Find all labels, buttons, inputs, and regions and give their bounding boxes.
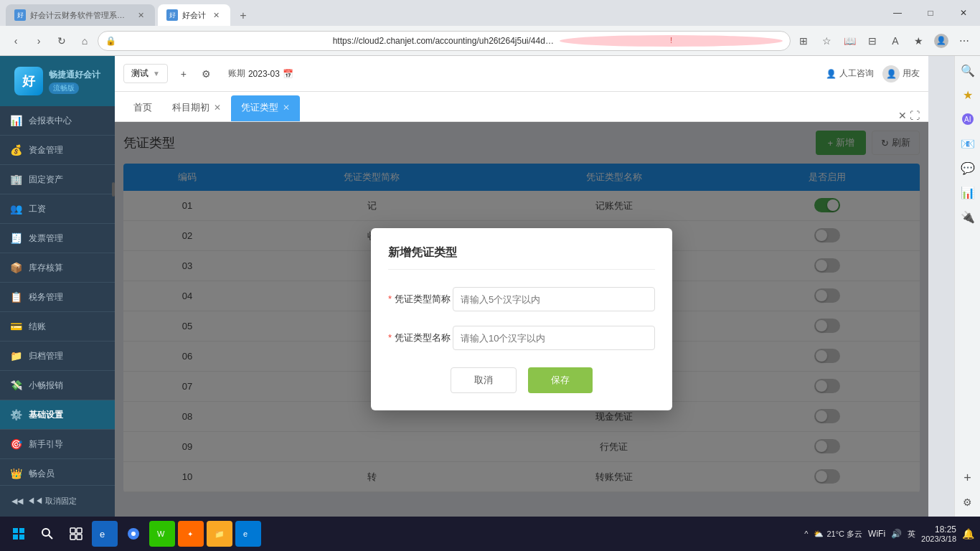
customer-service-button[interactable]: 👤 人工咨询 (826, 67, 874, 80)
back-button[interactable]: ‹ (6, 31, 26, 51)
taskbar: e W ✦ 📁 e ^ ⛅ 21°C 多云 (0, 517, 980, 551)
sidebar-item-dashboard[interactable]: 📊 会报表中心 (0, 106, 115, 136)
edge2-taskbar-icon[interactable]: e (235, 521, 261, 547)
sidebar-item-basic-settings[interactable]: ⚙️ 基础设置 (0, 400, 115, 430)
window-close-button[interactable]: ✕ (947, 0, 980, 26)
right-sidebar-outlook[interactable]: 📧 (956, 132, 979, 155)
svg-rect-3 (19, 528, 24, 533)
file-explorer-taskbar-icon[interactable]: 📁 (207, 521, 232, 547)
sidebar-item-payroll[interactable]: 👥 工资 (0, 194, 115, 224)
cancel-label: 取消 (474, 375, 493, 385)
content-maximize-button[interactable]: ⛶ (910, 110, 920, 121)
apps-taskbar-icon[interactable]: ✦ (178, 521, 204, 547)
tab-home[interactable]: 首页 (123, 95, 162, 121)
sidebar-item-member[interactable]: 👑 畅会员 (0, 459, 115, 485)
content-close-button[interactable]: ✕ (898, 110, 907, 121)
sidebar-item-expense[interactable]: 💸 小畅报销 (0, 371, 115, 400)
add-workspace-button[interactable]: + (174, 64, 194, 84)
input-method[interactable]: 英 (908, 529, 915, 540)
right-sidebar-office[interactable]: 📊 (956, 181, 979, 204)
avatar-icon: 👤 (886, 69, 897, 79)
right-sidebar-add[interactable]: + (956, 466, 979, 489)
sidebar-item-fixed-assets-label: 固定资产 (29, 174, 63, 186)
sidebar-item-member-label: 畅会员 (29, 468, 55, 480)
task-view-button[interactable] (63, 521, 89, 547)
refresh-button[interactable]: ↻ (52, 31, 72, 51)
tab-favicon-1: 好 (14, 9, 26, 21)
tab-voucher-type-close[interactable]: ✕ (283, 103, 290, 113)
tax-icon: 📋 (9, 290, 23, 304)
translate-button[interactable]: A (885, 31, 905, 51)
content-area: 凭证类型 + 新增 ↻ 刷新 (115, 122, 928, 517)
tab-close-2[interactable]: ✕ (210, 9, 222, 21)
weather-widget[interactable]: ⛅ 21°C 多云 (814, 529, 862, 540)
network-icon[interactable]: WiFi (868, 529, 885, 539)
tab-subjects[interactable]: 科目期初 ✕ (162, 95, 231, 121)
settings-gear-button[interactable]: ⚙ (197, 64, 217, 84)
right-sidebar-settings[interactable]: ⚙ (956, 491, 979, 514)
right-sidebar-teams[interactable]: 💬 (956, 156, 979, 179)
right-sidebar-extension[interactable]: 🔌 (956, 205, 979, 228)
wechat-taskbar-icon[interactable]: W (149, 521, 175, 547)
save-button[interactable]: 保存 (528, 367, 593, 393)
system-tray[interactable]: ^ (804, 529, 808, 538)
user-label: 用友 (903, 67, 920, 80)
reading-mode-button[interactable]: 📖 (839, 31, 859, 51)
tab-favicon-2: 好 (166, 9, 178, 21)
cancel-button[interactable]: 取消 (451, 367, 517, 393)
sidebar-item-fund-label: 资金管理 (29, 144, 63, 156)
home-button[interactable]: ⌂ (75, 31, 95, 51)
modal-overlay: 新增凭证类型 凭证类型简称 凭证类型名称 (115, 122, 928, 517)
unpin-label: ◀◀ 取消固定 (27, 496, 77, 507)
extensions-button[interactable]: ⊞ (793, 31, 814, 51)
workspace-selector[interactable]: 测试 ▼ (123, 64, 168, 83)
start-button[interactable] (6, 521, 32, 547)
new-tab-button[interactable]: + (233, 6, 253, 26)
right-sidebar-favorites[interactable]: ★ (956, 83, 979, 106)
right-sidebar-copilot[interactable]: AI (956, 108, 979, 131)
volume-icon[interactable]: 🔊 (891, 529, 902, 539)
guide-icon: 🎯 (9, 437, 23, 451)
unpin-button[interactable]: ◀◀ ◀◀ 取消固定 (6, 491, 109, 511)
svg-rect-9 (77, 528, 82, 533)
tab-close-1[interactable]: ✕ (135, 9, 146, 21)
chrome-taskbar-icon[interactable] (121, 521, 146, 547)
sidebar-item-fund[interactable]: 💰 资金管理 (0, 136, 115, 165)
service-icon: 👤 (826, 69, 837, 79)
split-screen-button[interactable]: ⊟ (862, 31, 882, 51)
address-bar[interactable]: 🔒 https://cloud2.chanjet.com/accounting/… (98, 31, 791, 51)
window-maximize-button[interactable]: □ (914, 0, 947, 26)
search-taskbar-button[interactable] (34, 521, 60, 547)
sidebar-item-tax[interactable]: 📋 税务管理 (0, 283, 115, 312)
tab-voucher-type-label: 凭证类型 (241, 101, 278, 114)
basic-settings-icon: ⚙️ (9, 408, 23, 422)
sidebar-item-guide[interactable]: 🎯 新手引导 (0, 430, 115, 459)
time-display[interactable]: 18:25 2023/3/18 (921, 524, 956, 543)
forward-button[interactable]: › (29, 31, 49, 51)
name-label: 凭证类型名称 (388, 331, 453, 344)
checkout-icon: 💳 (9, 319, 23, 334)
edge-taskbar-icon[interactable]: e (92, 521, 118, 547)
right-sidebar-search[interactable]: 🔍 (956, 59, 979, 82)
notification-button[interactable]: 🔔 (962, 528, 974, 540)
abbr-input[interactable] (453, 287, 655, 311)
user-info[interactable]: 👤 用友 (882, 65, 920, 83)
sidebar-item-checkout[interactable]: 💳 结账 (0, 312, 115, 342)
window-minimize-button[interactable]: — (881, 0, 914, 26)
calendar-icon[interactable]: 📅 (283, 69, 293, 79)
favorites-button[interactable]: ☆ (816, 31, 837, 51)
collections-button[interactable]: ★ (908, 31, 928, 51)
wifi-icon: WiFi (868, 529, 885, 539)
sidebar-item-invoice[interactable]: 🧾 发票管理 (0, 224, 115, 253)
profile-button[interactable]: 👤 (931, 31, 951, 51)
browser-tab-1[interactable]: 好 好会计云财务软件管理系统_会计 ✕ (6, 4, 155, 26)
modal-title: 新增凭证类型 (388, 245, 655, 270)
browser-tab-2[interactable]: 好 好会计 ✕ (158, 4, 230, 26)
sidebar-item-inventory[interactable]: 📦 库存核算 (0, 253, 115, 283)
sidebar-item-archive[interactable]: 📁 归档管理 (0, 342, 115, 371)
sidebar-item-fixed-assets[interactable]: 🏢 固定资产 (0, 165, 115, 194)
tab-voucher-type[interactable]: 凭证类型 ✕ (231, 95, 300, 121)
tab-subjects-close[interactable]: ✕ (214, 103, 221, 113)
more-button[interactable]: ⋯ (954, 31, 974, 51)
name-input[interactable] (453, 326, 655, 350)
